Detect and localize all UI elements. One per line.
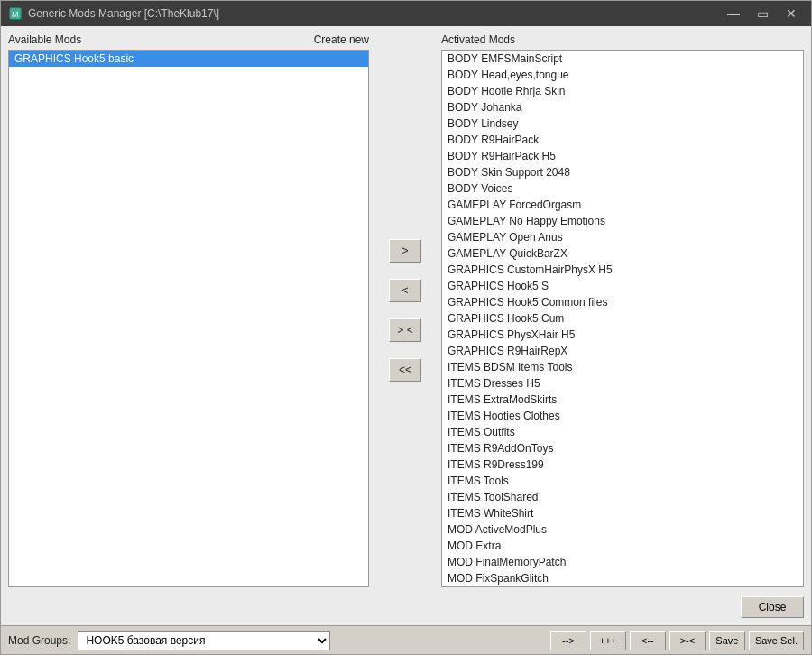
list-item[interactable]: GAMEPLAY ForcedOrgasm	[442, 197, 803, 213]
list-item[interactable]: ITEMS ToolShared	[442, 489, 803, 505]
content-area: Available Mods Create new GRAPHICS Hook5…	[1, 26, 811, 625]
window-controls: — ▭ ✕	[721, 5, 804, 23]
available-mods-title: Available Mods	[8, 33, 314, 46]
list-item[interactable]: ITEMS R9Dress199	[442, 457, 803, 473]
list-item[interactable]: MOD FinalMemoryPatch	[442, 554, 803, 570]
close-row: Close	[8, 596, 804, 618]
list-item[interactable]: ITEMS BDSM Items Tools	[442, 359, 803, 375]
save-button[interactable]: Save	[709, 631, 745, 650]
activated-mods-title: Activated Mods	[441, 33, 804, 46]
list-item[interactable]: BODY Lindsey	[442, 115, 803, 132]
list-item[interactable]: BODY Johanka	[442, 99, 803, 115]
list-item[interactable]: GRAPHICS Hook5 basic	[9, 51, 368, 67]
mod-groups-label: Mod Groups:	[8, 634, 70, 647]
close-button[interactable]: Close	[741, 596, 804, 618]
list-item[interactable]: GAMEPLAY QuickBarZX	[442, 245, 803, 262]
list-item[interactable]: GAMEPLAY No Happy Emotions	[442, 213, 803, 229]
list-item[interactable]: GRAPHICS Hook5 S	[442, 278, 803, 294]
list-item[interactable]: ITEMS Dresses H5	[442, 375, 803, 392]
move-left-button[interactable]: <	[389, 279, 421, 302]
backward-button[interactable]: <--	[630, 631, 666, 650]
list-item[interactable]: GRAPHICS Hook5 Common files	[442, 294, 803, 310]
list-item[interactable]: GAMEPLAY Open Anus	[442, 229, 803, 245]
transfer-controls: > < > < <<	[369, 33, 441, 587]
list-item[interactable]: GRAPHICS CustomHairPhysX H5	[442, 262, 803, 278]
bottom-buttons: --> +++ <-- >-< Save Save Sel.	[550, 631, 804, 650]
list-item[interactable]: MOD ActiveModPlus	[442, 521, 803, 538]
restore-button[interactable]: ▭	[750, 5, 775, 23]
list-item[interactable]: BODY Skin Support 2048	[442, 164, 803, 180]
left-panel-header: Available Mods Create new	[8, 33, 369, 46]
move-right-button[interactable]: >	[389, 239, 421, 263]
compress-button[interactable]: >-<	[669, 631, 706, 650]
list-item[interactable]: BODY R9HairPack	[442, 132, 803, 148]
main-window: M Generic Mods Manager [C:\TheKlub17\] —…	[0, 0, 812, 655]
list-item[interactable]: BODY EMFSMainScript	[442, 51, 803, 67]
right-panel: Activated Mods BODY EMFSMainScriptBODY H…	[441, 33, 804, 587]
activated-mods-list[interactable]: BODY EMFSMainScriptBODY Head,eyes,tongue…	[441, 50, 804, 587]
bottom-bar: Mod Groups: HOOK5 базовая версия --> +++…	[1, 625, 811, 654]
list-item[interactable]: BODY Voices	[442, 180, 803, 197]
list-item[interactable]: MOD R9AddOnPack	[442, 586, 803, 587]
list-item[interactable]: GRAPHICS Hook5 Cum	[442, 310, 803, 327]
list-item[interactable]: GRAPHICS R9HairRepX	[442, 343, 803, 359]
mod-groups-select[interactable]: HOOK5 базовая версия	[78, 631, 330, 650]
minimize-button[interactable]: —	[721, 5, 746, 23]
list-item[interactable]: MOD Extra	[442, 538, 803, 554]
app-icon: M	[8, 6, 23, 21]
list-item[interactable]: ITEMS Tools	[442, 473, 803, 489]
list-item[interactable]: ITEMS R9AddOnToys	[442, 440, 803, 457]
list-item[interactable]: ITEMS Outfits	[442, 424, 803, 440]
main-area: Available Mods Create new GRAPHICS Hook5…	[8, 33, 804, 587]
list-item[interactable]: ITEMS Hooties Clothes	[442, 408, 803, 424]
plus-button[interactable]: +++	[590, 631, 626, 650]
save-sel-button[interactable]: Save Sel.	[749, 631, 804, 650]
list-item[interactable]: BODY Head,eyes,tongue	[442, 67, 803, 83]
move-all-right-button[interactable]: > <	[389, 318, 421, 342]
move-all-left-button[interactable]: <<	[389, 358, 421, 382]
titlebar: M Generic Mods Manager [C:\TheKlub17\] —…	[1, 1, 811, 26]
forward-button[interactable]: -->	[550, 631, 586, 650]
available-mods-list[interactable]: GRAPHICS Hook5 basic	[8, 50, 369, 587]
list-item[interactable]: MOD FixSpankGlitch	[442, 570, 803, 586]
window-title: Generic Mods Manager [C:\TheKlub17\]	[28, 7, 721, 20]
svg-text:M: M	[12, 10, 19, 19]
list-item[interactable]: BODY R9HairPack H5	[442, 148, 803, 164]
list-item[interactable]: GRAPHICS PhysXHair H5	[442, 327, 803, 343]
list-item[interactable]: BODY Hootie Rhrja Skin	[442, 83, 803, 99]
list-item[interactable]: ITEMS ExtraModSkirts	[442, 392, 803, 408]
left-panel: Available Mods Create new GRAPHICS Hook5…	[8, 33, 369, 587]
create-new-button[interactable]: Create new	[314, 33, 369, 46]
close-window-button[interactable]: ✕	[779, 5, 804, 23]
list-item[interactable]: ITEMS WhiteShirt	[442, 505, 803, 521]
